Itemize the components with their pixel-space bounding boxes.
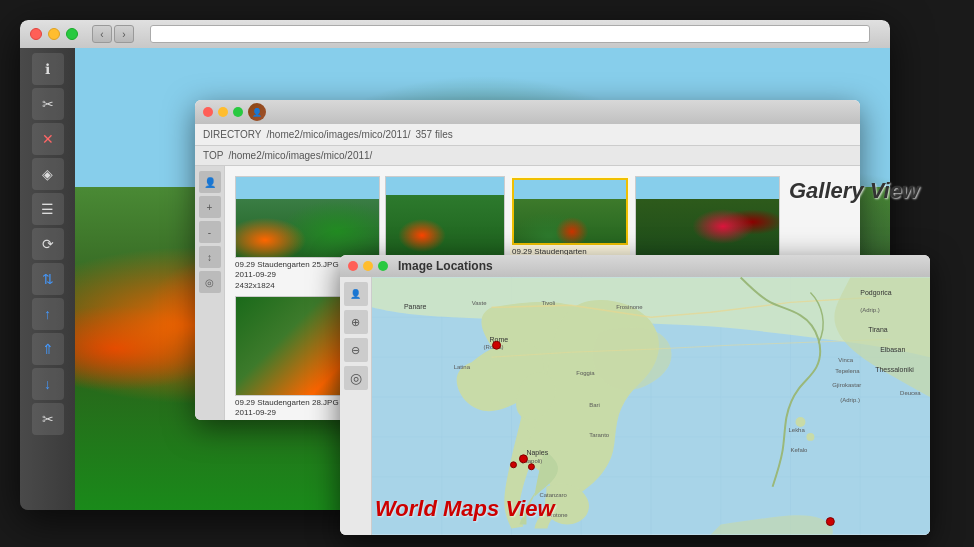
map-left-panel: 👤 ⊕ ⊖ ◎ bbox=[340, 277, 372, 535]
file-count: 357 files bbox=[416, 129, 453, 140]
svg-text:Taranto: Taranto bbox=[589, 432, 610, 438]
svg-text:Foggia: Foggia bbox=[576, 370, 595, 376]
gallery-target-icon[interactable]: ◎ bbox=[199, 271, 221, 293]
trim-icon[interactable]: ✂ bbox=[32, 403, 64, 435]
svg-point-44 bbox=[528, 464, 534, 470]
world-maps-view-label: World Maps View bbox=[375, 496, 555, 522]
gallery-sidebar: 👤 + - ↕ ◎ bbox=[195, 166, 225, 420]
svg-text:Bari: Bari bbox=[589, 402, 600, 408]
user-avatar: 👤 bbox=[248, 103, 266, 121]
gallery-maximize-button[interactable] bbox=[233, 107, 243, 117]
stack-icon[interactable]: ☰ bbox=[32, 193, 64, 225]
gallery-path-bar: DIRECTORY /home2/mico/images/mico/2011/ … bbox=[195, 124, 860, 146]
top-label: TOP bbox=[203, 150, 223, 161]
gallery-zoom-out-icon[interactable]: - bbox=[199, 221, 221, 243]
forward-button[interactable]: › bbox=[114, 25, 134, 43]
gallery-zoom-in-icon[interactable]: + bbox=[199, 196, 221, 218]
main-titlebar: ‹ › bbox=[20, 20, 890, 48]
close-button[interactable] bbox=[30, 28, 42, 40]
svg-text:Tepelena: Tepelena bbox=[835, 368, 860, 374]
up-icon[interactable]: ↑ bbox=[32, 298, 64, 330]
svg-point-41 bbox=[493, 341, 501, 349]
map-title: Image Locations bbox=[398, 259, 493, 273]
svg-text:Panare: Panare bbox=[404, 303, 427, 310]
left-sidebar: ℹ ✂ ✕ ◈ ☰ ⟳ ⇅ ↑ ⇑ ↓ ✂ bbox=[20, 48, 75, 510]
scissors-icon[interactable]: ✂ bbox=[32, 88, 64, 120]
back-button[interactable]: ‹ bbox=[92, 25, 112, 43]
svg-text:Vinca: Vinca bbox=[838, 357, 854, 363]
svg-text:Deucea: Deucea bbox=[900, 390, 921, 396]
svg-text:(Adrip.): (Adrip.) bbox=[860, 307, 880, 313]
refresh-icon[interactable]: ⟳ bbox=[32, 228, 64, 260]
gallery-titlebar: 👤 bbox=[195, 100, 860, 124]
directory-label: DIRECTORY bbox=[203, 129, 262, 140]
cross-icon[interactable]: ✕ bbox=[32, 123, 64, 155]
down-icon[interactable]: ↓ bbox=[32, 368, 64, 400]
map-window: Image Locations 👤 ⊕ ⊖ ◎ bbox=[340, 255, 930, 535]
swap-icon[interactable]: ⇅ bbox=[32, 263, 64, 295]
svg-text:Gjirokastar: Gjirokastar bbox=[832, 382, 861, 388]
gallery-sort-icon[interactable]: ↕ bbox=[199, 246, 221, 268]
svg-point-42 bbox=[519, 455, 527, 463]
svg-point-43 bbox=[511, 462, 517, 468]
gallery-minimize-button[interactable] bbox=[218, 107, 228, 117]
map-titlebar: Image Locations bbox=[340, 255, 930, 277]
gallery-header-bar: TOP /home2/mico/images/mico/2011/ bbox=[195, 146, 860, 166]
svg-text:Thessaloniki: Thessaloniki bbox=[875, 366, 914, 373]
map-user-icon[interactable]: 👤 bbox=[344, 282, 368, 306]
layers-icon[interactable]: ◈ bbox=[32, 158, 64, 190]
info-icon[interactable]: ℹ bbox=[32, 53, 64, 85]
svg-text:Vaste: Vaste bbox=[472, 300, 488, 306]
directory-path: /home2/mico/images/mico/2011/ bbox=[267, 129, 411, 140]
minimize-button[interactable] bbox=[48, 28, 60, 40]
svg-text:Lekha: Lekha bbox=[789, 427, 806, 433]
map-minimize-button[interactable] bbox=[363, 261, 373, 271]
map-close-button[interactable] bbox=[348, 261, 358, 271]
gallery-user-icon[interactable]: 👤 bbox=[199, 171, 221, 193]
svg-point-45 bbox=[826, 518, 834, 526]
gallery-view-label: Gallery View bbox=[789, 178, 919, 204]
svg-text:Elbasan: Elbasan bbox=[880, 346, 905, 353]
path-label: /home2/mico/images/mico/2011/ bbox=[228, 150, 372, 161]
svg-text:Frosinone: Frosinone bbox=[616, 304, 643, 310]
nav-buttons: ‹ › bbox=[92, 25, 134, 43]
svg-text:Podgorica: Podgorica bbox=[860, 289, 892, 297]
map-maximize-button[interactable] bbox=[378, 261, 388, 271]
map-zoom-out-icon[interactable]: ⊖ bbox=[344, 338, 368, 362]
svg-text:(Adrip.): (Adrip.) bbox=[840, 397, 860, 403]
svg-text:Latina: Latina bbox=[454, 364, 471, 370]
double-up-icon[interactable]: ⇑ bbox=[32, 333, 64, 365]
svg-point-36 bbox=[806, 433, 814, 441]
svg-text:Tivoli: Tivoli bbox=[541, 300, 555, 306]
gallery-close-button[interactable] bbox=[203, 107, 213, 117]
map-target-icon[interactable]: ◎ bbox=[344, 366, 368, 390]
address-bar[interactable] bbox=[150, 25, 870, 43]
maximize-button[interactable] bbox=[66, 28, 78, 40]
svg-point-35 bbox=[795, 417, 805, 427]
svg-text:Naples: Naples bbox=[526, 449, 548, 457]
map-zoom-in-icon[interactable]: ⊕ bbox=[344, 310, 368, 334]
svg-text:Tirana: Tirana bbox=[868, 326, 888, 333]
svg-text:Kefalo: Kefalo bbox=[791, 447, 809, 453]
